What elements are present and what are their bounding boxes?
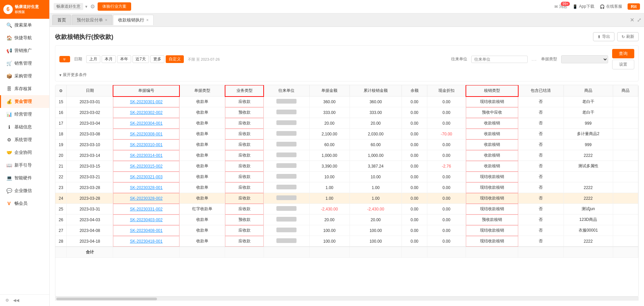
- table-cell[interactable]: SK-20230310-001: [113, 139, 179, 150]
- marketing-icon: 📢: [6, 48, 12, 53]
- tab-prepay-close[interactable]: ×: [105, 18, 107, 22]
- maximize-icon[interactable]: ⤢: [637, 17, 641, 23]
- table-cell: 16: [55, 107, 67, 118]
- table-cell: 15: [55, 97, 67, 107]
- table-cell: 否: [518, 139, 564, 150]
- footer-settings-icon[interactable]: ⚙: [5, 298, 9, 303]
- table-cell: [613, 129, 638, 139]
- tab-receive-close[interactable]: ×: [146, 18, 149, 22]
- table-cell[interactable]: SK-20230321-003: [113, 172, 179, 182]
- table-cell: 现结收款核销: [466, 193, 518, 204]
- total-cell: [113, 247, 179, 258]
- sidebar-item-search[interactable]: 🔍 搜索菜单: [0, 19, 49, 32]
- table-cell: 2222: [564, 236, 613, 247]
- table-row: 232023-03-28SK-20230328-001收款单应收款1.001.0…: [55, 182, 638, 193]
- user-avatar[interactable]: Rit: [628, 3, 640, 10]
- th-doc-no: 单据编号: [113, 85, 179, 97]
- setting-btn[interactable]: 设置: [612, 60, 634, 69]
- industry-btn[interactable]: 体验行业方案: [98, 2, 131, 11]
- filter-expand-toggle[interactable]: »: [59, 56, 70, 63]
- blurred-value: [276, 174, 297, 179]
- sidebar-item-label: 快捷导航: [14, 35, 32, 41]
- table-cell: [264, 193, 309, 204]
- date-btn-thisyear[interactable]: 本年: [117, 55, 131, 63]
- table-cell[interactable]: SK-20230308-001: [113, 129, 179, 139]
- table-cell: 24: [55, 193, 67, 204]
- date-btn-thismonth[interactable]: 本月: [102, 55, 116, 63]
- date-btn-custom[interactable]: 自定义: [166, 55, 184, 63]
- app-download[interactable]: 📱 App下载: [573, 4, 594, 9]
- table-cell: [613, 172, 638, 182]
- expand-more-btn[interactable]: ▾ 展开更多条件: [59, 72, 87, 78]
- sidebar-item-member[interactable]: V 畅会员: [0, 197, 49, 210]
- table-cell: 20.00: [350, 118, 402, 129]
- query-btn[interactable]: 查询: [612, 49, 634, 58]
- table-row: 272023-04-08SK-20230408-001收款单应收款100.001…: [55, 225, 638, 236]
- date-btn-7days[interactable]: 近7天: [132, 55, 149, 63]
- table-cell[interactable]: SK-20230403-002: [113, 215, 179, 225]
- blurred-value: [276, 195, 297, 200]
- table-cell[interactable]: SK-20230314-001: [113, 150, 179, 161]
- sidebar-item-guide[interactable]: 📖 新手引导: [0, 159, 49, 172]
- sidebar-item-purchase[interactable]: 📦 采购管理: [0, 70, 49, 82]
- tab-home[interactable]: 首页: [52, 15, 71, 25]
- refresh-btn[interactable]: ↻ 刷新: [617, 32, 639, 41]
- sidebar-item-inventory[interactable]: 🗄 库存核算: [0, 82, 49, 95]
- th-verified: 累计核销金额: [350, 85, 402, 97]
- sidebar-item-enterprise[interactable]: 🤝 企业协同: [0, 146, 49, 159]
- date-range-text: 不限 至 2023-07-26: [188, 57, 220, 62]
- table-cell: 收款单: [179, 182, 225, 193]
- sidebar-item-base[interactable]: ℹ 基础信息: [0, 121, 49, 133]
- table-cell[interactable]: SK-20230302-002: [113, 107, 179, 118]
- date-btn-lastmonth[interactable]: 上月: [86, 55, 100, 63]
- table-cell[interactable]: SK-20230328-001: [113, 182, 179, 193]
- table-cell[interactable]: SK-20230331-002: [113, 204, 179, 215]
- gear-icon[interactable]: ⚙: [90, 3, 95, 10]
- sidebar-item-hardware[interactable]: 💻 智能硬件: [0, 172, 49, 184]
- message-area[interactable]: ✉ 消息 99+: [554, 4, 567, 9]
- logo-sub: 标推版: [15, 10, 39, 14]
- partner-input[interactable]: [471, 56, 528, 63]
- search-icon: 🔍: [6, 22, 12, 28]
- online-service[interactable]: 🎧 在线客服: [600, 4, 622, 9]
- sidebar-item-shortcut[interactable]: 🏠 快捷导航: [0, 32, 49, 44]
- doc-type-select[interactable]: [561, 55, 608, 63]
- table-cell: 收款单: [179, 215, 225, 225]
- table-cell[interactable]: SK-20230304-001: [113, 118, 179, 129]
- sidebar-item-sales[interactable]: 🛒 销售管理: [0, 57, 49, 70]
- th-product1: 商品: [564, 85, 613, 97]
- table-cell[interactable]: SK-20230328-002: [113, 193, 179, 204]
- total-cell: [427, 247, 466, 258]
- table-cell: 收款单: [179, 161, 225, 172]
- table-cell[interactable]: SK-20230418-001: [113, 236, 179, 247]
- table-cell: 2023-03-10: [67, 139, 113, 150]
- close-window-icon[interactable]: ✕: [630, 17, 634, 23]
- blurred-value: [276, 131, 297, 136]
- sidebar-item-operations[interactable]: 📊 经营管理: [0, 108, 49, 121]
- dropdown-icon[interactable]: ▾: [85, 4, 88, 9]
- table-cell: [613, 182, 638, 193]
- sidebar-item-system[interactable]: ⚙ 系统管理: [0, 133, 49, 146]
- table-cell: 否: [518, 182, 564, 193]
- main-area: 畅康道好生意 ▾ ⚙ 体验行业方案 ✉ 消息 99+ 📱 App下载 🎧 在线客…: [50, 0, 644, 306]
- sidebar-item-marketing[interactable]: 📢 营销推广: [0, 44, 49, 57]
- table-cell: 应收款: [225, 118, 264, 129]
- tab-prepay[interactable]: 预付款应付单 ×: [72, 15, 112, 25]
- date-btn-more[interactable]: 更多: [150, 55, 164, 63]
- sidebar-item-finance[interactable]: 💰 资金管理: [0, 95, 49, 108]
- table-cell[interactable]: SK-20230408-001: [113, 225, 179, 236]
- table-cell: 0.00: [427, 118, 466, 129]
- purchase-icon: 📦: [6, 73, 12, 79]
- export-btn[interactable]: ⬆ 导出: [593, 32, 614, 41]
- sidebar-item-wechat[interactable]: 💬 企业微信: [0, 184, 49, 197]
- table-cell: 0.00: [402, 215, 427, 225]
- table-cell: 收款单: [179, 225, 225, 236]
- footer-collapse-icon[interactable]: ◀◀: [13, 298, 19, 303]
- table-cell[interactable]: SK-20230301-002: [113, 97, 179, 107]
- scroll-thumb[interactable]: [56, 298, 157, 300]
- table-cell[interactable]: SK-20230315-002: [113, 161, 179, 172]
- table-cell: 2023-04-18: [67, 236, 113, 247]
- table-cell: 1.00: [350, 182, 402, 193]
- tab-receive[interactable]: 收款核销执行 ×: [113, 15, 154, 25]
- table-cell: 收款单: [179, 118, 225, 129]
